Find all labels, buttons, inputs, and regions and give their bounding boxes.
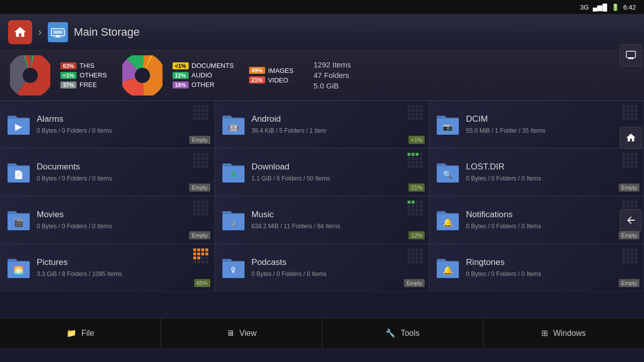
- legend-item-audio: 12% AUDIO: [173, 71, 234, 79]
- folder-item-alarms[interactable]: ▶ Alarms 0 Bytes / 0 Folders / 0 Items E…: [0, 101, 215, 148]
- folder-item-pictures[interactable]: 🌅 Pictures 3.3 GiB / 8 Folders / 1095 It…: [0, 244, 215, 292]
- svg-rect-211: [626, 256, 629, 259]
- folder-text-notifications: Notifications 0 Bytes / 0 Folders / 0 It…: [466, 210, 638, 231]
- usage-badge: Empty: [404, 279, 425, 287]
- svg-text:📄: 📄: [14, 170, 24, 179]
- svg-rect-142: [408, 209, 411, 212]
- folder-info: 0 Bytes / 0 Folders / 0 Items: [37, 126, 209, 135]
- folder-name: DCIM: [466, 114, 638, 124]
- svg-rect-75: [197, 161, 200, 164]
- folder-item-lost.dir[interactable]: 🔍 LOST.DIR 0 Bytes / 0 Folders / 0 Items…: [429, 148, 644, 196]
- svg-text:🎬: 🎬: [14, 218, 24, 227]
- svg-rect-71: [197, 157, 200, 160]
- svg-rect-176: [193, 256, 196, 259]
- svg-rect-147: [412, 213, 415, 216]
- svg-rect-209: [634, 252, 637, 255]
- svg-rect-76: [201, 161, 204, 164]
- svg-rect-29: [201, 117, 204, 120]
- svg-rect-204: [630, 248, 633, 251]
- folder-text-download: Download 1.1 GiB / 6 Folders / 50 Items: [252, 162, 424, 183]
- battery-icon: 🔋: [611, 4, 619, 11]
- svg-rect-38: [416, 109, 419, 112]
- svg-rect-2: [56, 35, 59, 37]
- svg-rect-137: [420, 201, 423, 204]
- nav-view[interactable]: 🖥 View: [161, 318, 322, 348]
- svg-text:⬇: ⬇: [229, 169, 237, 179]
- svg-rect-213: [634, 256, 637, 259]
- svg-rect-191: [416, 252, 419, 255]
- svg-rect-173: [197, 252, 200, 255]
- usage-badge: 12%: [409, 231, 425, 239]
- svg-rect-17: [201, 105, 204, 108]
- folder-icon-notifications: 🔔: [435, 207, 461, 233]
- usage-badge: Empty: [619, 231, 639, 239]
- svg-point-7: [23, 68, 38, 83]
- svg-rect-187: [416, 248, 419, 251]
- svg-rect-188: [420, 248, 423, 251]
- svg-rect-169: [197, 248, 200, 251]
- svg-text:🎙: 🎙: [229, 266, 237, 275]
- svg-rect-67: [197, 153, 200, 156]
- folder-item-music[interactable]: ♪ Music 638.2 MiB / 11 Folders / 84 Item…: [215, 196, 430, 244]
- svg-rect-179: [205, 256, 208, 259]
- folder-text-alarms: Alarms 0 Bytes / 0 Folders / 0 Items: [37, 114, 209, 135]
- main-content: 3G ▄▆█ 🔋 6:42 › Main Storage: [0, 0, 644, 348]
- svg-rect-136: [416, 201, 419, 204]
- svg-rect-40: [408, 113, 411, 116]
- svg-rect-3: [54, 37, 61, 37]
- file-label: File: [82, 329, 95, 338]
- svg-rect-84: [412, 153, 415, 156]
- svg-rect-170: [201, 248, 204, 251]
- usage-badge: Empty: [189, 231, 210, 239]
- svg-rect-138: [408, 205, 411, 208]
- svg-rect-172: [193, 252, 196, 255]
- svg-rect-66: [193, 153, 196, 156]
- nav-file[interactable]: 📁 File: [0, 318, 161, 348]
- svg-text:🔍: 🔍: [443, 170, 453, 179]
- folder-item-dcim[interactable]: 📷 DCIM 55.0 MiB / 1 Folder / 35 Items 1%: [429, 101, 644, 148]
- home-button[interactable]: [8, 20, 32, 44]
- legend-item-images: 49% IMAGES: [249, 67, 294, 74]
- others-badge: <1%: [60, 72, 76, 79]
- legend-item-other: 18% OTHER: [173, 81, 234, 88]
- usage-badge: <1%: [409, 136, 425, 144]
- svg-rect-216: [630, 260, 633, 263]
- svg-rect-94: [420, 161, 423, 164]
- folder-item-movies[interactable]: 🎬 Movies 0 Bytes / 0 Folders / 0 Items E…: [0, 196, 215, 244]
- legend-1: 63% THIS <1% OTHERS 37% FREE: [60, 62, 107, 88]
- svg-rect-74: [193, 161, 196, 164]
- usage-badge: Empty: [189, 136, 210, 144]
- side-panel: [618, 101, 644, 231]
- folder-text-music: Music 638.2 MiB / 11 Folders / 84 Items: [252, 210, 424, 231]
- svg-rect-20: [197, 109, 200, 112]
- side-button-home[interactable]: [620, 127, 642, 149]
- folder-item-documents[interactable]: 📄 Documents 0 Bytes / 0 Folders / 0 Item…: [0, 148, 215, 196]
- svg-rect-21: [201, 109, 204, 112]
- folder-item-download[interactable]: ⬇ Download 1.1 GiB / 6 Folders / 50 Item…: [215, 148, 430, 196]
- folder-name: Podcasts: [252, 257, 424, 267]
- folder-item-notifications[interactable]: 🔔 Notifications 0 Bytes / 0 Folders / 0 …: [429, 196, 644, 244]
- side-button-back[interactable]: [620, 209, 642, 231]
- usage-badge: 65%: [194, 279, 210, 287]
- video-label: VIDEO: [268, 76, 288, 84]
- svg-rect-186: [412, 248, 415, 251]
- nav-tools[interactable]: 🔧 Tools: [323, 318, 484, 348]
- folder-text-dcim: DCIM 55.0 MiB / 1 Folder / 35 Items: [466, 114, 638, 135]
- svg-rect-171: [205, 248, 208, 251]
- free-label: FREE: [79, 81, 97, 88]
- usage-badge: 21%: [409, 184, 425, 192]
- svg-rect-210: [622, 256, 625, 259]
- folder-name: Music: [252, 210, 424, 220]
- svg-rect-86: [420, 153, 423, 156]
- svg-rect-72: [201, 157, 204, 160]
- svg-rect-30: [205, 117, 208, 120]
- folder-item-ringtones[interactable]: 🔔 Ringtones 0 Bytes / 0 Folders / 0 Item…: [429, 244, 644, 292]
- folder-item-podcasts[interactable]: 🎙 Podcasts 0 Bytes / 0 Folders / 0 Items…: [215, 244, 430, 292]
- nav-windows[interactable]: ⊞ Windows: [484, 318, 644, 348]
- svg-rect-32: [408, 105, 411, 108]
- header: › Main Storage: [0, 14, 644, 50]
- tools-label: Tools: [400, 329, 419, 338]
- tools-icon: 🔧: [385, 328, 395, 338]
- folder-item-android[interactable]: 🤖 Android 39.4 KiB / 5 Folders / 1 Item …: [215, 101, 430, 148]
- svg-rect-144: [416, 209, 419, 212]
